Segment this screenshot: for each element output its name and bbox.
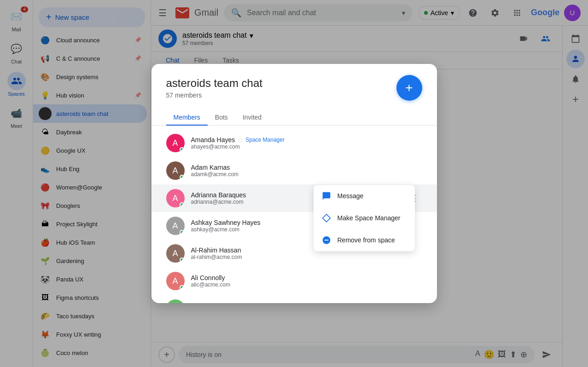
member-email-ali: alic@acme.com (191, 281, 422, 288)
diamond-icon (321, 212, 332, 224)
space-manager-badge: Space Manager (245, 137, 285, 143)
context-menu: Message Make Space Manager Remove from s… (314, 185, 415, 251)
member-row-adrianna[interactable]: A Adrianna Baraques adrianna@acme.com ⋮ … (151, 184, 437, 212)
member-row-aniko[interactable]: A Aniko Soto (151, 295, 437, 303)
modal-header: asteroids team chat 57 members (151, 64, 437, 99)
member-name-ali: Ali Connolly (191, 274, 422, 281)
context-menu-manager-label: Make Space Manager (338, 214, 401, 222)
member-email-amanda: ahayes@acme.com (191, 143, 422, 150)
member-row-ali[interactable]: A Ali Connolly alic@acme.com (151, 267, 437, 295)
member-email-adam: adamk@acme.com (191, 171, 422, 178)
online-indicator (180, 258, 184, 262)
member-avatar-amanda: A (166, 134, 185, 152)
modal-tabs: Members Bots Invited (151, 103, 437, 126)
context-menu-message[interactable]: Message (314, 185, 415, 207)
member-avatar-ali: A (166, 272, 185, 290)
member-info-amanda: Amanda Hayes ◇ Space Manager ahayes@acme… (191, 136, 422, 150)
message-icon (321, 190, 332, 201)
add-member-button[interactable]: + (396, 75, 422, 101)
member-avatar-adrianna: A (166, 189, 185, 207)
member-avatar-al-rahim: A (166, 244, 185, 263)
member-row-adam[interactable]: A Adam Karnas adamk@acme.com (151, 157, 437, 184)
online-indicator (180, 147, 184, 152)
online-indicator (180, 230, 184, 235)
online-indicator (180, 175, 184, 179)
modal-title: asteroids team chat (166, 77, 422, 90)
online-indicator (180, 285, 184, 290)
modal-overlay[interactable]: asteroids team chat 57 members Members B… (0, 0, 588, 367)
remove-icon (321, 235, 332, 246)
modal-tab-members[interactable]: Members (166, 110, 208, 126)
member-info-adam: Adam Karnas adamk@acme.com (191, 164, 422, 178)
modal-body: A Amanda Hayes ◇ Space Manager ahayes@ac… (151, 126, 437, 303)
members-modal: asteroids team chat 57 members Members B… (151, 64, 437, 303)
add-member-icon: + (405, 80, 413, 95)
context-menu-make-manager[interactable]: Make Space Manager (314, 207, 415, 229)
modal-subtitle: 57 members (166, 92, 422, 99)
member-email-al-rahim: al-rahim@acme.com (191, 254, 422, 260)
member-avatar-adam: A (166, 161, 185, 180)
modal-tab-invited[interactable]: Invited (235, 110, 269, 126)
diamond-icon: ◇ (238, 136, 243, 143)
member-avatar-ashkay: A (166, 217, 185, 235)
modal-tab-bots[interactable]: Bots (208, 110, 235, 126)
member-row-amanda[interactable]: A Amanda Hayes ◇ Space Manager ahayes@ac… (151, 129, 437, 157)
member-name-adam: Adam Karnas (191, 164, 422, 171)
context-menu-remove-label: Remove from space (338, 236, 395, 244)
online-indicator (180, 202, 184, 207)
context-menu-message-label: Message (338, 192, 364, 200)
member-name-amanda: Amanda Hayes ◇ Space Manager (191, 136, 422, 143)
member-info-ali: Ali Connolly alic@acme.com (191, 274, 422, 288)
member-avatar-aniko: A (166, 299, 185, 303)
context-menu-remove[interactable]: Remove from space (314, 229, 415, 251)
